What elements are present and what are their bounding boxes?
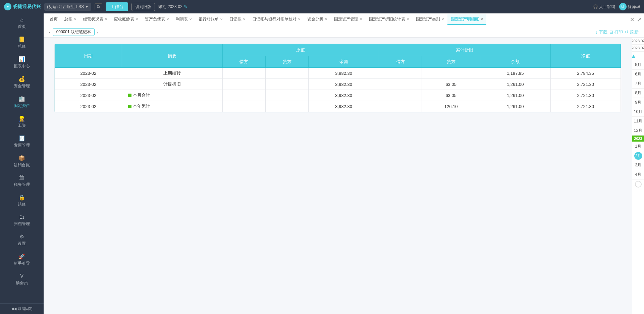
cell-orig-debit-1 (222, 79, 265, 90)
col-orig-debit: 借方 (222, 56, 265, 68)
logo-icon: ✦ (4, 3, 11, 10)
tab-fund-analysis[interactable]: 资金分析✕ (304, 14, 331, 25)
tab-profit[interactable]: 利润表✕ (172, 14, 195, 25)
pin-sidebar-button[interactable]: ◀◀ 取消固定 (0, 303, 44, 314)
company-name: (劝勉) 江西服生-LSS (47, 4, 84, 10)
right-month-post-3[interactable]: 4月 (632, 170, 644, 179)
user-info[interactable]: 徐 徐泽华 (619, 3, 640, 10)
tab-home[interactable]: 首页 (46, 14, 61, 25)
sidebar-item-funds[interactable]: 💰资金管理 (0, 72, 44, 92)
sidebar-item-sales[interactable]: 📦进销台账 (0, 152, 44, 171)
tab-label-ar-aging: 应收账龄表 (114, 16, 134, 22)
sidebar-item-fixed-assets[interactable]: 🏢固定资产 (0, 92, 44, 112)
tab-close-bank-statement[interactable]: ✕ (220, 17, 223, 21)
cell-acc-balance-3: 1,261.00 (480, 101, 550, 112)
cell-acc-debit-3 (379, 101, 422, 112)
sidebar-item-settings[interactable]: ⚙设置 (0, 230, 44, 250)
tab-close-ar-aging[interactable]: ✕ (136, 17, 138, 21)
col-orig-credit: 贷方 (266, 56, 309, 68)
edit-period-icon[interactable]: ✎ (184, 4, 187, 9)
right-month-active-1[interactable]: 2月 (634, 152, 642, 160)
period-up-button[interactable]: ▲ (632, 52, 644, 60)
top-bar: ✦ 畅捷通易代账 (劝勉) 江西服生-LSS ▼ ⧉ 工作台 切到旧版 账期 2… (0, 0, 644, 13)
tab-close-fa-depreciation[interactable]: ✕ (407, 17, 409, 21)
tab-business-status[interactable]: 经营状况表✕ (80, 14, 111, 25)
sidebar-item-ledger[interactable]: 📒总账 (0, 33, 44, 53)
help-button[interactable]: 🎧 人工客询 (593, 4, 615, 10)
right-month-pre-5[interactable]: 10月 (632, 107, 644, 117)
cell-orig-credit-3 (266, 101, 309, 112)
print-button[interactable]: ⊟ 打印 (609, 29, 623, 35)
workbench-button[interactable]: 工作台 (106, 2, 128, 11)
cell-date-1: 2023-02 (55, 79, 122, 90)
logo-text: 畅捷通易代账 (13, 4, 41, 10)
sidebar-item-invoice[interactable]: 🧾发票管理 (0, 132, 44, 152)
breadcrumb-prev-button[interactable]: ‹ (49, 30, 51, 35)
right-month-pre-4[interactable]: 9月 (632, 98, 644, 107)
right-month-post-0[interactable]: 1月 (632, 142, 644, 151)
right-period-panel: 2023.022023.02▲5月6月7月8月9月10月11月12月20231月… (632, 38, 644, 314)
sidebar-item-closing[interactable]: 🔒结账 (0, 191, 44, 211)
right-month-pre-3[interactable]: 8月 (632, 89, 644, 98)
expand-tabs-icon[interactable]: ⤢ (637, 16, 641, 23)
cell-acc-credit-3: 126.10 (422, 101, 480, 112)
tab-close-fa-category[interactable]: ✕ (441, 17, 444, 21)
tab-close-journal[interactable]: ✕ (243, 17, 246, 21)
tab-fa-detail[interactable]: 固定资产明细账✕ (447, 14, 486, 25)
old-version-button[interactable]: 切到旧版 (131, 3, 155, 11)
cell-net-value-1: 2,721.30 (550, 79, 621, 90)
right-month-pre-1[interactable]: 6月 (632, 70, 644, 79)
tab-assets-liabilities[interactable]: 资产负债表✕ (142, 14, 172, 25)
tab-close-assets-liabilities[interactable]: ✕ (166, 17, 169, 21)
download-button[interactable]: ↓ 下载 (595, 29, 607, 35)
tab-ar-aging[interactable]: 应收账龄表✕ (111, 14, 142, 25)
tab-fa-mgmt[interactable]: 固定资产管理✕ (331, 14, 366, 25)
cell-summary-2: 本月合计 (122, 90, 222, 101)
cell-acc-balance-0: 1,197.95 (480, 68, 550, 79)
company-selector[interactable]: (劝勉) 江西服生-LSS ▼ (44, 3, 91, 11)
tab-close-fa-mgmt[interactable]: ✕ (360, 17, 362, 21)
right-panel-circle-icon[interactable] (635, 181, 642, 188)
right-month-pre-0[interactable]: 5月 (632, 60, 644, 70)
tab-label-ledger: 总账 (64, 16, 72, 22)
sidebar-item-reports[interactable]: 📊报表中心 (0, 53, 44, 72)
cell-orig-balance-3: 3,982.30 (309, 101, 379, 112)
sidebar-icon-archive: 🗂 (19, 214, 24, 220)
tab-close-ledger[interactable]: ✕ (74, 17, 76, 21)
sidebar-icon-funds: 💰 (18, 76, 25, 82)
year-label: 2023 (632, 136, 644, 142)
copy-button[interactable]: ⧉ (95, 3, 102, 10)
sidebar-item-vip[interactable]: V畅会员 (0, 270, 44, 289)
close-all-tabs-icon[interactable]: ✕ (630, 16, 634, 23)
tab-bank-verify[interactable]: 日记账与银行对账单核对✕ (249, 14, 304, 25)
breadcrumb-next-button[interactable]: › (97, 30, 98, 35)
tab-close-bank-verify[interactable]: ✕ (298, 17, 301, 21)
tab-fa-depreciation[interactable]: 固定资产折旧统计表✕ (366, 14, 413, 25)
tab-close-profit[interactable]: ✕ (189, 17, 192, 21)
sidebar-item-home[interactable]: ⌂首页 (0, 13, 44, 33)
sidebar: ⌂首页📒总账📊报表中心💰资金管理🏢固定资产👷工资🧾发票管理📦进销台账🏛税务管理🔒… (0, 13, 44, 314)
sidebar-item-tax[interactable]: 🏛税务管理 (0, 171, 44, 191)
right-month-pre-6[interactable]: 11月 (632, 117, 644, 126)
right-month-pre-2[interactable]: 7月 (632, 79, 644, 89)
right-month-post-2[interactable]: 3月 (632, 161, 644, 170)
cell-orig-debit-3 (222, 101, 265, 112)
refresh-button[interactable]: ↺ 刷新 (625, 29, 639, 35)
sidebar-item-payroll[interactable]: 👷工资 (0, 112, 44, 132)
sidebar-item-archive[interactable]: 🗂归档管理 (0, 211, 44, 230)
tab-journal[interactable]: 日记账✕ (226, 14, 249, 25)
tab-ledger[interactable]: 总账✕ (61, 14, 80, 25)
tab-label-home: 首页 (50, 16, 58, 22)
tab-bank-statement[interactable]: 银行对账单✕ (195, 14, 226, 25)
sidebar-item-guide[interactable]: 🚀新手引导 (0, 250, 44, 270)
tab-label-profit: 利润表 (176, 16, 188, 22)
tab-label-fa-depreciation: 固定资产折旧统计表 (369, 16, 405, 22)
tab-fa-category[interactable]: 固定资产类别✕ (413, 14, 447, 25)
tab-close-fund-analysis[interactable]: ✕ (325, 17, 327, 21)
table-row: 2023-02 计提折旧 3,982.30 63.05 1,261.00 2,7… (55, 79, 621, 90)
right-period-0: 2023.02 (632, 38, 644, 45)
cell-orig-debit-0 (222, 68, 265, 79)
tab-close-business-status[interactable]: ✕ (105, 17, 107, 21)
tab-close-fa-detail[interactable]: ✕ (480, 17, 483, 21)
right-month-pre-7[interactable]: 12月 (632, 126, 644, 136)
